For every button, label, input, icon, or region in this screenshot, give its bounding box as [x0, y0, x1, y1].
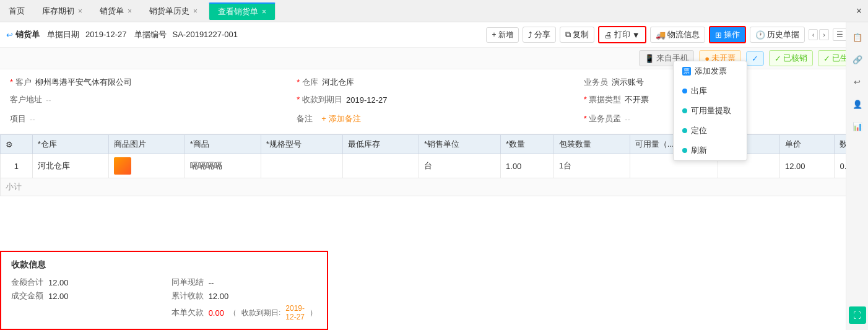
payment-date-field: 收款到期日 2019-12-27	[297, 94, 571, 105]
invoice-icon: 票	[682, 67, 691, 76]
col-min-stock: 最低库存	[342, 135, 419, 154]
payment-date-value: 2019-12-27	[346, 95, 388, 105]
outbound-icon	[682, 89, 687, 93]
sidebar-icon-1[interactable]: 📋	[849, 28, 866, 46]
tab-sales-close[interactable]: ×	[128, 7, 132, 15]
tab-inventory-close[interactable]: ×	[78, 7, 82, 15]
window-close-button[interactable]: ×	[856, 6, 862, 17]
doc-type-label: 销货单	[15, 29, 40, 40]
tab-view-sales-close[interactable]: ×	[262, 7, 266, 16]
row-product: 嗝嗝嗝嗝	[184, 154, 261, 178]
col-spec[interactable]: *规格型号	[261, 135, 342, 154]
sidebar-icon-3[interactable]: ↩	[849, 73, 866, 90]
location-label: 定位	[691, 125, 707, 136]
sold-check-icon: ✓	[775, 54, 781, 63]
transaction-row: 成交金额 12.00	[11, 290, 153, 302]
prev-button[interactable]: ‹	[809, 29, 818, 40]
truck-icon: 🚚	[656, 30, 666, 40]
tab-view-sales[interactable]: 查看销货单 ×	[209, 2, 276, 20]
settlement-row: 同单现结 --	[171, 277, 317, 288]
main-toolbar: ↩ 销货单 单据日期 2019-12-27 单据编号 SA-20191227-0…	[0, 22, 868, 48]
transaction-label: 成交金额	[11, 290, 43, 302]
tab-sales[interactable]: 销货单 ×	[91, 0, 141, 22]
tab-inventory-label: 库存期初	[42, 6, 74, 17]
col-image: 商品图片	[108, 135, 184, 154]
row-qty: 1.00	[501, 154, 554, 178]
tab-sales-label: 销货单	[100, 6, 124, 17]
col-product[interactable]: *商品	[184, 135, 261, 154]
sold-badge[interactable]: ✓ 已核销	[769, 50, 813, 66]
tab-sales-history-close[interactable]: ×	[193, 7, 197, 15]
ticket-type-value: 不开票	[625, 94, 649, 105]
row-image	[108, 154, 184, 178]
amount-row: 金额合计 12.00	[11, 277, 153, 288]
payment-title: 收款信息	[11, 259, 317, 271]
sidebar-icon-5[interactable]: 📊	[849, 118, 866, 135]
product-image	[114, 157, 131, 175]
row-pkg-qty: 1台	[553, 154, 630, 178]
outbound-item[interactable]: 出库	[674, 81, 747, 101]
project-field: 项目 --	[10, 113, 284, 124]
mobile-icon: 📱	[644, 54, 654, 63]
doc-type-icon: ↩ 销货单	[6, 29, 40, 40]
balance-due-suffix: ）	[310, 308, 317, 318]
payment-grid: 金额合计 12.00 同单现结 -- 成交金额 12.00 累计收款 12.00	[11, 277, 317, 321]
verify-button[interactable]: ✓	[746, 51, 764, 66]
col-qty[interactable]: *数量	[501, 135, 554, 154]
transaction-value: 12.00	[48, 292, 69, 301]
available-label: 可用量提取	[691, 105, 731, 116]
share-button[interactable]: ⤴ 分享	[523, 27, 556, 43]
number-value: SA-20191227-001	[173, 30, 238, 39]
tab-home[interactable]: 首页	[0, 0, 33, 22]
staff2-label: 业务员孟	[584, 113, 622, 124]
staff-value: 演示账号	[612, 77, 644, 88]
col-warehouse[interactable]: *仓库	[32, 135, 108, 154]
refresh-item[interactable]: 刷新	[674, 141, 747, 160]
cumulative-label: 累计收款	[171, 290, 204, 302]
warehouse-label: 仓库	[297, 77, 318, 88]
number-label: 单据编号 SA-20191227-001	[134, 29, 238, 40]
operations-button[interactable]: ⊞ 操作	[709, 26, 746, 43]
address-value: --	[46, 95, 51, 105]
available-qty-item[interactable]: 可用量提取	[674, 101, 747, 121]
amount-label: 金额合计	[11, 277, 43, 288]
due-date-value: 2019-12-27	[285, 304, 305, 321]
balance-label: 本单欠款	[171, 307, 204, 318]
address-field: 客户地址 --	[10, 94, 284, 105]
row-price: 12.00	[780, 154, 835, 178]
print-icon: 🖨	[604, 30, 612, 40]
col-settings[interactable]: ⚙	[1, 135, 33, 154]
amount-value: 12.00	[48, 278, 69, 287]
date-label: 单据日期 2019-12-27	[47, 29, 127, 40]
list-view-button[interactable]: ☰	[833, 28, 847, 41]
share-icon: ⤴	[528, 30, 532, 40]
sidebar-icon-4[interactable]: 👤	[849, 95, 866, 113]
tab-home-label: 首页	[9, 6, 25, 17]
sidebar-icon-2[interactable]: 🔗	[849, 51, 866, 68]
col-unit[interactable]: *销售单位	[419, 135, 500, 154]
nav-arrows: ‹ ›	[809, 29, 829, 40]
row-unit: 台	[419, 154, 500, 178]
row-min-stock	[342, 154, 419, 178]
copy-button[interactable]: ⧉ 复制	[560, 27, 594, 43]
subtotal-label: 小计	[1, 178, 868, 196]
col-price[interactable]: 单价	[780, 135, 835, 154]
tab-sales-history[interactable]: 销货单历史 ×	[141, 0, 206, 22]
add-invoice-item[interactable]: 票 添加发票	[674, 61, 747, 81]
balance-row: 本单欠款 0.00 （ 收款到期日: 2019-12-27 ）	[171, 304, 317, 321]
location-item[interactable]: 定位	[674, 121, 747, 141]
print-button[interactable]: 🖨 打印 ▼	[598, 26, 646, 43]
add-note-button[interactable]: + 添加备注	[316, 111, 365, 126]
new-button[interactable]: + 新增	[486, 27, 518, 43]
project-value: --	[30, 115, 35, 124]
address-label: 客户地址	[10, 94, 42, 105]
next-button[interactable]: ›	[819, 29, 829, 40]
sidebar-icon-expand[interactable]: ⛶	[849, 306, 866, 324]
history-icon: 🕐	[755, 30, 765, 40]
ops-icon: ⊞	[715, 30, 722, 40]
operations-dropdown: 票 添加发票 出库 可用量提取 定位 刷新	[673, 61, 747, 161]
history-button[interactable]: 🕐 历史单据	[750, 27, 805, 43]
empty-cell	[11, 304, 153, 321]
tab-inventory[interactable]: 库存期初 ×	[33, 0, 91, 22]
logistics-button[interactable]: 🚚 物流信息	[650, 27, 705, 43]
